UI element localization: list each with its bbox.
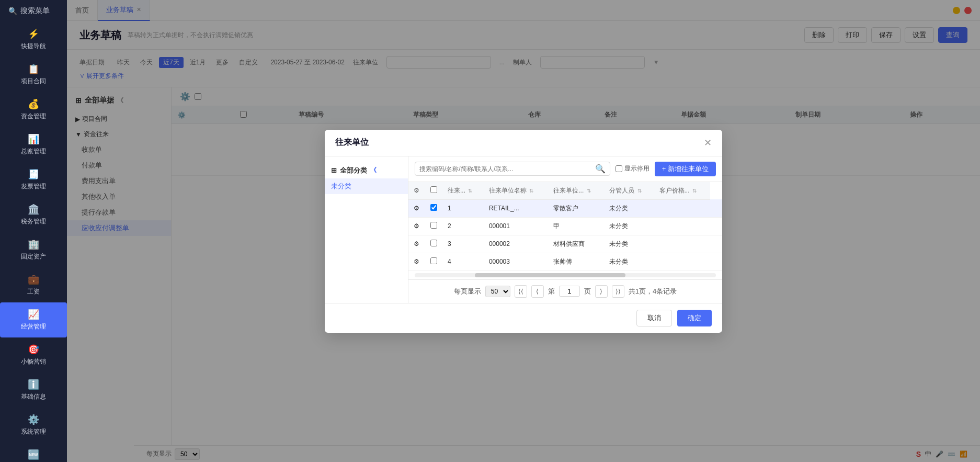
dialog-col-settings: ⚙ [408,182,425,200]
dialog-table: ⚙ 往来... ⇅ 往来单位名称 ⇅ [408,182,722,271]
accounting-icon: 📊 [28,133,39,145]
row-person [654,253,710,271]
marketing-icon: 🎯 [28,344,39,355]
sidebar-item-new-guide[interactable]: 🆕 新手引导 [0,443,67,462]
row-settings: ⚙ [408,199,425,217]
row-settings: ⚙ [408,253,425,271]
row-price-cat [710,199,722,217]
sidebar-item-label: 工资 [27,287,40,296]
sidebar-item-label: 总账管理 [21,147,46,156]
row-price-cat [710,217,722,235]
row-type: 未分类 [604,253,654,271]
col-type-sort-icon: ⇅ [587,188,591,194]
sidebar-search-label: 搜索菜单 [20,6,50,16]
row-price-cat [710,235,722,253]
first-page-btn[interactable]: ⟨⟨ [515,285,527,298]
capital-mgmt-icon: 💰 [28,98,39,110]
sidebar-item-quick-nav[interactable]: ⚡ 快捷导航 [0,22,67,57]
per-page-select[interactable]: 50 [485,286,510,297]
col-price-sort-icon: ⇅ [692,188,697,194]
sidebar-item-tax-mgmt[interactable]: 🏛️ 税务管理 [0,197,67,232]
row-settings: ⚙ [408,217,425,235]
sidebar-item-invoice-mgmt[interactable]: 🧾 发票管理 [0,162,67,197]
col-price-label: 客户价格... [659,187,690,194]
col-code-label: 往来... [448,187,465,194]
dialog-select-all[interactable] [430,186,437,193]
invoice-mgmt-icon: 🧾 [28,168,39,180]
row-person [654,199,710,217]
sidebar-item-salary[interactable]: 💼 工资 [0,267,67,302]
search-icon: 🔍 [8,7,17,15]
sidebar-search[interactable]: 🔍 搜索菜单 [0,0,67,22]
category-panel: ⊞ 全部分类 《 未分类 [325,156,408,303]
sidebar-item-basic-info[interactable]: ℹ️ 基础信息 [0,373,67,408]
quick-nav-icon: ⚡ [28,28,39,40]
sidebar-item-accounting[interactable]: 📊 总账管理 [0,127,67,162]
col-person-label: 分管人员 [609,187,634,194]
row-id: 1 [442,199,484,217]
cancel-button[interactable]: 取消 [636,310,672,326]
col-person-sort-icon: ⇅ [637,188,642,194]
basic-info-icon: ℹ️ [28,379,39,390]
page-label: 第 [548,287,555,296]
sidebar-item-system-mgmt[interactable]: ⚙️ 系统管理 [0,408,67,443]
sidebar-item-label: 快捷导航 [21,42,46,51]
category-header[interactable]: ⊞ 全部分类 《 [325,163,408,178]
col-name-label: 往来单位名称 [489,187,527,194]
row-name: 材料供应商 [548,235,604,253]
row-type: 未分类 [604,199,654,217]
dialog-table-row[interactable]: ⚙ 1 RETAIL_... 零散客户 未分类 [408,199,722,217]
sidebar-item-label: 固定资产 [21,252,46,261]
per-page-label: 每页显示 [454,287,481,296]
row-code: 000001 [484,217,548,235]
sidebar-item-operations[interactable]: 📈 经营管理 [0,302,67,337]
row-checkbox[interactable] [425,253,442,271]
category-label: 全部分类 [340,166,367,175]
search-icon: 🔍 [595,164,606,174]
row-checkbox[interactable] [425,217,442,235]
next-page-btn[interactable]: ⟩ [595,285,608,298]
add-unit-button[interactable]: + 新增往来单位 [655,162,716,176]
sidebar-item-capital-mgmt[interactable]: 💰 资金管理 [0,92,67,127]
show-disabled-checkbox[interactable] [616,165,622,172]
category-collapse-icon[interactable]: 《 [370,166,377,175]
dialog-table-wrapper: ⚙ 往来... ⇅ 往来单位名称 ⇅ [408,182,722,271]
row-checkbox[interactable] [425,235,442,253]
sidebar-item-project-contract[interactable]: 📋 项目合同 [0,57,67,92]
show-disabled-label[interactable]: 显示停用 [616,164,649,173]
horizontal-scrollbar[interactable] [415,273,716,277]
tax-mgmt-icon: 🏛️ [28,204,39,215]
sidebar: 🔍 搜索菜单 ⚡ 快捷导航 📋 项目合同 💰 资金管理 📊 总账管理 🧾 发票管… [0,0,67,462]
dialog-table-row[interactable]: ⚙ 4 000003 张帅傅 未分类 [408,253,722,271]
page-input[interactable] [559,286,580,297]
confirm-button[interactable]: 确定 [677,310,712,326]
row-person [654,235,710,253]
fixed-assets-icon: 🏢 [28,239,39,250]
dialog-table-row[interactable]: ⚙ 3 000002 材料供应商 未分类 [408,235,722,253]
dialog-title: 往来单位 [335,137,369,148]
row-type: 未分类 [604,217,654,235]
row-code: 000003 [484,253,548,271]
search-box: 🔍 [415,162,610,176]
sidebar-item-label: 税务管理 [21,217,46,226]
dialog-table-row[interactable]: ⚙ 2 000001 甲 未分类 [408,217,722,235]
prev-page-btn[interactable]: ⟨ [531,285,544,298]
pagination: 每页显示 50 ⟨⟨ ⟨ 第 页 ⟩ ⟩⟩ 共1页，4条记录 [408,279,722,303]
sidebar-item-marketing[interactable]: 🎯 小畅营销 [0,337,67,373]
category-uncategorized[interactable]: 未分类 [325,178,408,194]
dialog-col-type: 往来单位... ⇅ [548,182,604,200]
sidebar-item-label: 基础信息 [21,392,46,401]
dialog-close-icon[interactable]: ✕ [704,137,712,149]
dialog-search-input[interactable] [419,165,592,173]
sidebar-item-fixed-assets[interactable]: 🏢 固定资产 [0,232,67,267]
row-type: 未分类 [604,235,654,253]
col-type-label: 往来单位... [553,187,584,194]
row-code: RETAIL_... [484,199,548,217]
last-page-btn[interactable]: ⟩⟩ [612,285,624,298]
dialog: 往来单位 ✕ ⊞ 全部分类 《 未分类 [325,130,722,333]
row-checkbox[interactable] [425,199,442,217]
project-contract-icon: 📋 [28,63,39,75]
new-guide-icon: 🆕 [28,449,39,460]
dialog-col-price: 客户价格... ⇅ [654,182,710,200]
dialog-col-checkbox [425,182,442,200]
